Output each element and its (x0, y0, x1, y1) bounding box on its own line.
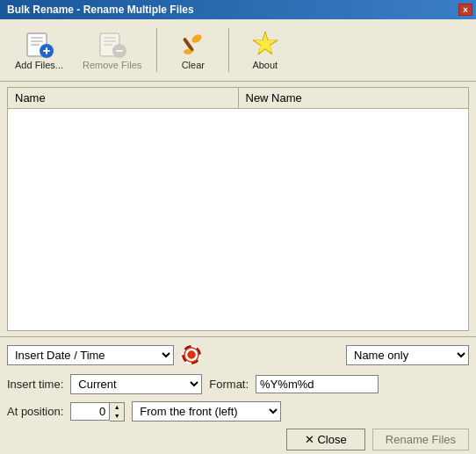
svg-rect-12 (116, 50, 123, 52)
controls-row-2: Insert time: Current Format: (7, 374, 469, 394)
close-button[interactable]: ✕ Close (286, 429, 365, 450)
insert-datetime-select[interactable]: Insert Date / Time (7, 345, 174, 365)
add-files-icon (25, 30, 54, 58)
controls-row-4: ✕ Close Rename Files (7, 429, 469, 450)
close-icon: ✕ (305, 433, 318, 446)
svg-rect-2 (31, 40, 43, 42)
bottom-controls: Insert Date / Time Name only Insert (0, 336, 476, 454)
format-input[interactable] (256, 375, 379, 393)
from-position-select[interactable]: From the front (left) From the back (rig… (132, 401, 281, 422)
format-label: Format: (209, 378, 249, 391)
title-bar: Bulk Rename - Rename Multiple Files × (0, 0, 476, 19)
svg-rect-8 (104, 37, 116, 39)
svg-point-15 (184, 49, 192, 54)
at-position-label: At position: (7, 405, 63, 418)
spinner-buttons: ▲ ▼ (110, 402, 125, 422)
about-icon (251, 30, 279, 58)
name-only-select[interactable]: Name only (346, 345, 469, 365)
remove-files-label: Remove Files (83, 60, 141, 70)
svg-rect-9 (104, 40, 116, 42)
remove-files-icon (98, 30, 126, 58)
controls-row-1: Insert Date / Time Name only (7, 342, 469, 367)
svg-rect-1 (31, 37, 43, 39)
add-files-label: Add Files... (15, 60, 63, 70)
controls-row-3: At position: ▲ ▼ From the front (left) F… (7, 401, 469, 422)
clear-icon (179, 30, 207, 58)
file-table: Name New Name (8, 88, 468, 109)
toolbar-separator (156, 28, 157, 72)
rename-files-button[interactable]: Rename Files (372, 429, 469, 450)
spin-up-button[interactable]: ▲ (110, 403, 124, 412)
main-window: Add Files... Remove Files (0, 19, 476, 454)
svg-rect-6 (46, 47, 47, 54)
svg-point-13 (191, 32, 203, 44)
position-input[interactable] (70, 402, 110, 421)
clear-label: Clear (182, 60, 205, 70)
insert-datetime-group: Insert Date / Time (7, 342, 204, 367)
column-new-name: New Name (238, 88, 468, 109)
about-button[interactable]: About (236, 23, 293, 77)
about-label: About (252, 60, 278, 70)
svg-rect-3 (31, 44, 40, 46)
add-files-button[interactable]: Add Files... (7, 23, 71, 77)
column-name: Name (8, 88, 238, 109)
toolbar: Add Files... Remove Files (0, 19, 476, 82)
svg-rect-10 (104, 44, 112, 46)
remove-files-button[interactable]: Remove Files (75, 23, 149, 77)
title-bar-text: Bulk Rename - Rename Multiple Files (7, 4, 458, 16)
help-button[interactable] (179, 342, 204, 367)
window-close-button[interactable]: × (458, 4, 472, 16)
spin-down-button[interactable]: ▼ (110, 412, 124, 421)
table-header-row: Name New Name (8, 88, 468, 109)
file-table-area: Name New Name (7, 87, 469, 331)
insert-time-select[interactable]: Current (70, 374, 202, 394)
clear-button[interactable]: Clear (164, 23, 221, 77)
position-spinner: ▲ ▼ (70, 402, 125, 422)
insert-time-label: Insert time: (7, 378, 63, 391)
toolbar-separator-2 (228, 28, 229, 72)
